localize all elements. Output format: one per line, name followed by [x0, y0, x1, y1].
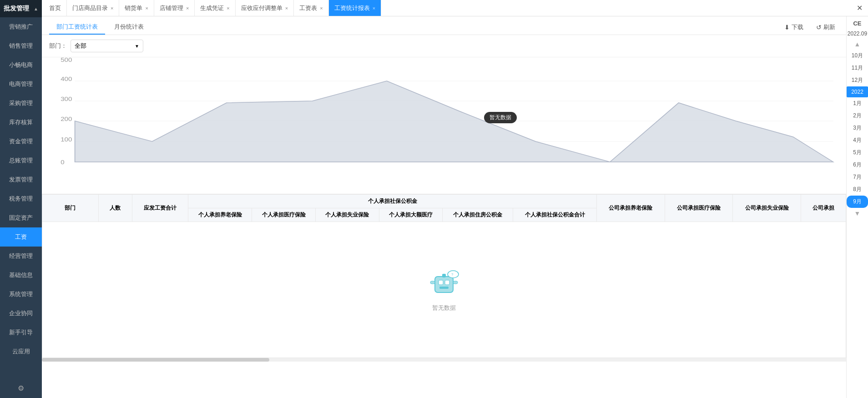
tab-close-shop-catalog[interactable]: ×	[111, 5, 113, 11]
download-icon: ⬇	[784, 24, 790, 31]
month-jun[interactable]: 6月	[847, 159, 868, 171]
svg-rect-11	[435, 277, 453, 292]
sidebar-item-marketing[interactable]: 营销推广	[0, 17, 42, 36]
tab-voucher[interactable]: 生成凭证 ×	[195, 0, 235, 16]
month-jul[interactable]: 7月	[847, 171, 868, 183]
th-dept: 部门	[42, 195, 99, 222]
svg-text:500: 500	[61, 57, 72, 63]
sub-tab-month[interactable]: 月份统计表	[107, 20, 151, 35]
tab-sales-order[interactable]: 销货单 ×	[119, 0, 154, 16]
th-personal-pension: 个人承担养老保险	[188, 208, 252, 222]
sidebar-item-assets[interactable]: 固定资产	[0, 208, 42, 227]
svg-rect-15	[442, 274, 446, 277]
tab-close-shop-mgmt[interactable]: ×	[186, 5, 189, 11]
sidebar: 批发管理 ▲ 营销推广 销售管理 小畅电商 电商管理 采购管理 库存核算 资金管…	[0, 0, 42, 398]
svg-rect-13	[445, 280, 449, 285]
download-button[interactable]: ⬇ 下载	[781, 21, 807, 33]
year-2022[interactable]: 2022	[847, 86, 868, 97]
month-mar[interactable]: 3月	[847, 122, 868, 134]
panel-up-arrow[interactable]: ▲	[853, 39, 863, 50]
th-company-pension: 公司承担养老保险	[597, 195, 665, 222]
sidebar-item-salary[interactable]: 工资	[0, 227, 42, 247]
no-data-cell: ? 暂无数据	[42, 222, 846, 358]
svg-rect-17	[453, 281, 458, 284]
sidebar-item-guide[interactable]: 新手引导	[0, 323, 42, 342]
th-group-personal: 个人承担社保公积金	[188, 195, 597, 208]
tab-close-payroll[interactable]: ×	[320, 5, 323, 11]
tab-home[interactable]: 首页	[44, 0, 67, 16]
tab-receivable[interactable]: 应收应付调整单 ×	[236, 0, 294, 16]
tab-bar: 首页 门店商品目录 × 销货单 × 店铺管理 × 生成凭证 × 应收应付调整单 …	[42, 0, 868, 16]
sidebar-item-sales[interactable]: 销售管理	[0, 36, 42, 55]
month-dec[interactable]: 12月	[847, 74, 868, 86]
filter-label: 部门：	[49, 42, 67, 50]
sub-tab-dept[interactable]: 部门工资统计表	[49, 20, 105, 35]
svg-text:?: ?	[451, 272, 454, 277]
th-company-more: 公司承担	[801, 195, 846, 222]
sidebar-item-finance[interactable]: 资金管理	[0, 132, 42, 151]
page-content: 部门工资统计表 月份统计表 ⬇ 下载 ↺ 刷新	[42, 16, 868, 398]
main-area: 首页 门店商品目录 × 销货单 × 店铺管理 × 生成凭证 × 应收应付调整单 …	[42, 0, 868, 398]
no-data-icon: ?	[426, 267, 462, 304]
sidebar-item-inventory[interactable]: 库存核算	[0, 113, 42, 132]
svg-text:100: 100	[61, 136, 72, 142]
sidebar-item-enterprise[interactable]: 企业协同	[0, 304, 42, 323]
month-nov[interactable]: 11月	[847, 62, 868, 74]
sidebar-item-ecommerce[interactable]: 电商管理	[0, 75, 42, 94]
sub-tabs-right: ⬇ 下载 ↺ 刷新	[781, 21, 839, 33]
th-total: 应发工资合计	[132, 195, 188, 222]
sidebar-item-ecommerce-small[interactable]: 小畅电商	[0, 55, 42, 75]
sidebar-item-purchase[interactable]: 采购管理	[0, 94, 42, 113]
sidebar-item-invoice[interactable]: 发票管理	[0, 170, 42, 189]
settings-icon[interactable]: ⚙	[0, 378, 42, 398]
tab-shop-catalog[interactable]: 门店商品目录 ×	[67, 0, 119, 16]
no-data-container: ? 暂无数据	[42, 249, 846, 330]
sidebar-item-ledger[interactable]: 总账管理	[0, 151, 42, 170]
right-panel: CE 2022.09 ▲ 10月 11月 12月 2022 1月 2月 3月	[846, 16, 868, 398]
th-personal-unemployment: 个人承担失业保险	[315, 208, 379, 222]
sidebar-item-info[interactable]: 基础信息	[0, 266, 42, 285]
svg-text:300: 300	[61, 96, 72, 102]
month-sep[interactable]: 9月	[847, 196, 868, 208]
tab-payroll-report[interactable]: 工资统计报表 ×	[329, 0, 381, 16]
sub-tabs: 部门工资统计表 月份统计表 ⬇ 下载 ↺ 刷新	[42, 16, 846, 35]
svg-rect-14	[439, 287, 449, 289]
sidebar-item-system[interactable]: 系统管理	[0, 285, 42, 304]
tab-shop-mgmt[interactable]: 店铺管理 ×	[154, 0, 195, 16]
sidebar-header[interactable]: 批发管理 ▲	[0, 0, 42, 17]
month-jan[interactable]: 1月	[847, 97, 868, 110]
sidebar-item-operation[interactable]: 经营管理	[0, 247, 42, 266]
dept-select[interactable]: 全部 ▼	[71, 40, 143, 52]
tab-close-sales-order[interactable]: ×	[145, 5, 148, 11]
month-apr[interactable]: 4月	[847, 134, 868, 146]
tab-payroll[interactable]: 工资表 ×	[294, 0, 328, 16]
month-feb[interactable]: 2月	[847, 110, 868, 122]
th-company-unemployment: 公司承担失业保险	[733, 195, 801, 222]
sidebar-collapse-icon[interactable]: ▲	[34, 6, 38, 11]
month-may[interactable]: 5月	[847, 146, 868, 159]
svg-rect-16	[430, 281, 435, 284]
horizontal-scrollbar[interactable]	[42, 358, 846, 362]
tab-close-all-button[interactable]: ✕	[855, 3, 864, 13]
table-container[interactable]: 部门 人数 应发工资合计 个人承担社保公积金	[42, 194, 846, 358]
refresh-button[interactable]: ↺ 刷新	[812, 21, 839, 33]
month-oct[interactable]: 10月	[847, 50, 868, 62]
panel-down-arrow[interactable]: ▼	[853, 208, 863, 219]
svg-rect-12	[439, 280, 443, 285]
sidebar-item-cloud[interactable]: 云应用	[0, 342, 42, 361]
th-personal-housing: 个人承担住房公积金	[443, 208, 513, 222]
current-year-month: 2022.09	[847, 29, 868, 39]
tab-close-payroll-report[interactable]: ×	[373, 5, 375, 11]
scrollbar-thumb[interactable]	[42, 358, 269, 362]
th-personal-bigmedical: 个人承担大额医疗	[379, 208, 443, 222]
sidebar-item-tax[interactable]: 税务管理	[0, 189, 42, 208]
ce-label: CE	[852, 18, 862, 29]
no-data-text: 暂无数据	[432, 304, 456, 312]
th-personal-total: 个人承担社保公积金合计	[513, 208, 596, 222]
tab-close-voucher[interactable]: ×	[227, 5, 229, 11]
svg-text:400: 400	[61, 76, 72, 82]
th-count: 人数	[98, 195, 132, 222]
area-chart: 0 100 200 300 400 500	[49, 57, 839, 166]
month-aug[interactable]: 8月	[847, 183, 868, 196]
tab-close-receivable[interactable]: ×	[285, 5, 288, 11]
